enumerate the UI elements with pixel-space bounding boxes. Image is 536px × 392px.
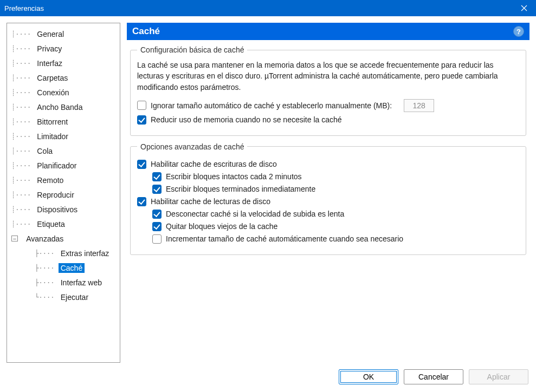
basic-cache-description: La caché se usa para mantener en la memo… <box>137 60 519 93</box>
tree-item[interactable]: ┊···· Etiqueta <box>11 217 118 231</box>
tree-item[interactable]: ┊···· General <box>11 27 118 41</box>
enable-write-cache-checkbox[interactable] <box>137 160 146 169</box>
auto-increase-cache-label[interactable]: Incrementar tamaño de caché automáticame… <box>166 234 403 243</box>
override-cache-row: Ignorar tamaño automático de caché y est… <box>137 99 519 112</box>
auto-increase-cache-row: Incrementar tamaño de caché automáticame… <box>137 234 519 244</box>
tree-item-label: Ancho Banda <box>35 102 85 112</box>
category-tree[interactable]: ┊···· General┊···· Privacy┊···· Interfaz… <box>7 23 120 363</box>
page-header: Caché ? <box>127 23 529 40</box>
tree-item-label: Bittorrent <box>35 117 70 127</box>
tree-item[interactable]: ┊···· Carpetas <box>11 70 118 85</box>
tree-item-label: Cola <box>35 146 55 156</box>
tree-item[interactable]: ┊···· Ancho Banda <box>11 100 118 114</box>
remove-old-blocks-checkbox[interactable] <box>152 222 162 231</box>
tree-item-label: Dispositivos <box>35 205 80 214</box>
help-icon[interactable]: ? <box>513 26 524 37</box>
tree-item-label: Interfaz web <box>59 278 104 288</box>
override-cache-label[interactable]: Ignorar tamaño automático de caché y est… <box>151 101 392 110</box>
tree-subitem[interactable]: └···· Ejecutar <box>11 290 118 304</box>
advanced-cache-group: Opciones avanzadas de caché Habilitar ca… <box>130 142 526 255</box>
tree-item[interactable]: ┊···· Cola <box>11 143 118 158</box>
cancel-button[interactable]: Cancelar <box>404 369 463 384</box>
tree-item[interactable]: ┊···· Remoto <box>11 173 118 187</box>
override-cache-size-input[interactable] <box>404 99 434 112</box>
enable-read-cache-checkbox[interactable] <box>137 197 146 206</box>
tree-item-label: Conexión <box>35 88 71 97</box>
tree-subitem[interactable]: ├···· Caché <box>11 260 118 275</box>
remove-old-blocks-row: Quitar bloques viejos de la cache <box>137 222 519 231</box>
close-icon[interactable] <box>512 0 536 16</box>
tree-expander-icon[interactable]: – <box>11 236 18 241</box>
tree-item-label: Extras interfaz <box>59 249 111 258</box>
tree-item-label: Carpetas <box>35 73 70 83</box>
write-finished-row: Escribir bloques terminados inmediatamen… <box>137 185 519 194</box>
tree-subitem[interactable]: ├···· Extras interfaz <box>11 246 118 260</box>
reduce-memory-row: Reducir uso de memoria cuando no se nece… <box>137 115 519 125</box>
tree-item-advanced[interactable]: – Avanzadas <box>11 231 118 246</box>
turnoff-read-cache-row: Desconectar caché si la velocidad de sub… <box>137 210 519 219</box>
write-untouched-label[interactable]: Escribir bloques intactos cada 2 minutos <box>166 172 302 181</box>
advanced-cache-legend: Opciones avanzadas de caché <box>137 142 247 151</box>
enable-read-cache-label[interactable]: Habilitar cache de lecturas de disco <box>151 197 270 206</box>
reduce-memory-label[interactable]: Reducir uso de memoria cuando no se nece… <box>151 115 342 124</box>
auto-increase-cache-checkbox[interactable] <box>152 234 162 244</box>
tree-item[interactable]: ┊···· Privacy <box>11 41 118 56</box>
tree-item-label: Reproducir <box>35 190 76 200</box>
tree-item[interactable]: ┊···· Conexión <box>11 85 118 100</box>
window-title: Preferencias <box>4 4 512 12</box>
tree-item-label: Privacy <box>35 44 64 54</box>
tree-item[interactable]: ┊···· Dispositivos <box>11 202 118 217</box>
tree-item-label: Ejecutar <box>59 292 91 302</box>
tree-item-label: Interfaz <box>35 58 64 68</box>
content-panel: Caché ? Configuración básica de caché La… <box>127 23 529 363</box>
tree-item-label: Remoto <box>35 175 66 185</box>
reduce-memory-checkbox[interactable] <box>137 115 146 125</box>
titlebar: Preferencias <box>0 0 536 16</box>
tree-item[interactable]: ┊···· Planificador <box>11 158 118 173</box>
apply-button: Aplicar <box>469 369 528 384</box>
tree-item[interactable]: ┊···· Limitador <box>11 129 118 143</box>
enable-read-cache-row: Habilitar cache de lecturas de disco <box>137 197 519 206</box>
write-untouched-row: Escribir bloques intactos cada 2 minutos <box>137 172 519 181</box>
tree-item[interactable]: ┊···· Reproducir <box>11 187 118 202</box>
tree-item-label: Planificador <box>35 161 79 171</box>
write-finished-checkbox[interactable] <box>152 185 162 194</box>
override-cache-checkbox[interactable] <box>137 101 146 110</box>
write-untouched-checkbox[interactable] <box>152 172 162 181</box>
remove-old-blocks-label[interactable]: Quitar bloques viejos de la cache <box>166 222 277 231</box>
tree-item-label: Avanzadas <box>24 234 66 244</box>
dialog-footer: OK Cancelar Aplicar <box>0 363 536 391</box>
ok-button[interactable]: OK <box>339 369 398 384</box>
write-finished-label[interactable]: Escribir bloques terminados inmediatamen… <box>166 185 315 193</box>
tree-item-label: Etiqueta <box>35 219 67 229</box>
tree-item-label: Caché <box>59 263 85 273</box>
tree-item[interactable]: ┊···· Interfaz <box>11 56 118 70</box>
tree-item-label: Limitador <box>35 132 70 141</box>
basic-cache-legend: Configuración básica de caché <box>137 45 247 54</box>
enable-write-cache-row: Habilitar cache de escrituras de disco <box>137 160 519 169</box>
tree-item[interactable]: ┊···· Bittorrent <box>11 114 118 129</box>
enable-write-cache-label[interactable]: Habilitar cache de escrituras de disco <box>151 160 277 168</box>
page-title: Caché <box>132 26 513 37</box>
tree-subitem[interactable]: ├···· Interfaz web <box>11 275 118 290</box>
turnoff-read-cache-label[interactable]: Desconectar caché si la velocidad de sub… <box>166 210 344 218</box>
turnoff-read-cache-checkbox[interactable] <box>152 210 162 219</box>
basic-cache-group: Configuración básica de caché La caché s… <box>130 45 526 136</box>
tree-item-label: General <box>35 29 66 39</box>
